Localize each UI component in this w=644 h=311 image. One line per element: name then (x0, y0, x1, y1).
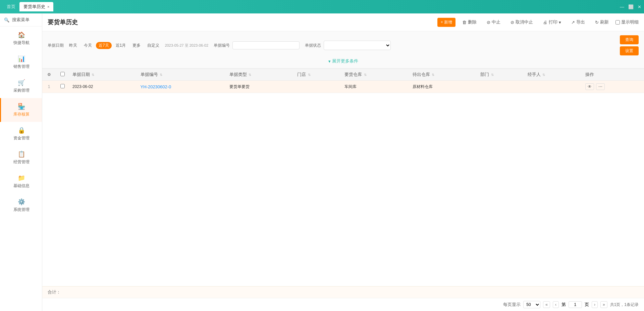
col-doc-type[interactable]: 单据类型 ⇅ (226, 69, 294, 81)
doc-no-input[interactable] (232, 41, 300, 49)
col-req-warehouse-label: 要货仓库 (344, 72, 362, 77)
cell-handler (524, 81, 582, 93)
filter-row-1: 单据日期 昨天 今天 近7天 近1月 更多 自定义 2023-05-27 至 2… (48, 35, 639, 55)
new-button[interactable]: + 新增 (437, 18, 455, 27)
table-footer: 合计： (42, 286, 644, 298)
main-layout: 🔍 搜索菜单 🏠 快捷导航 📊 销售管理 🛒 采购管理 🏪 库存核算 🔒 资金管… (0, 13, 644, 311)
today-shortcut[interactable]: 今天 (81, 42, 95, 49)
cell-doc-type: 要货单要货 (226, 81, 294, 93)
last-page-button[interactable]: » (600, 301, 607, 308)
yesterday-shortcut[interactable]: 昨天 (66, 42, 80, 49)
stop-icon: ⊘ (487, 20, 490, 25)
more-action-button[interactable]: ⋯ (596, 83, 605, 90)
print-button[interactable]: 🖨 打印 ▾ (540, 17, 565, 27)
prev-page-button[interactable]: ‹ (553, 301, 559, 308)
tab-home-label: 首页 (7, 4, 15, 10)
purchase-icon: 🛒 (18, 79, 25, 86)
sidebar-item-inventory[interactable]: 🏪 库存核算 (0, 98, 42, 122)
cell-doc-no[interactable]: YH-20230602-0 (137, 81, 226, 93)
page-header: 要货单历史 + 新增 🗑 删除 ⊘ 中止 ⊘ 取消中止 🖨 打印 (42, 13, 644, 31)
doc-status-select[interactable] (324, 41, 391, 50)
sort-icon-req-warehouse: ⇅ (364, 73, 367, 77)
cell-doc-date: 2023-06-02 (69, 81, 137, 93)
col-department-label: 部门 (480, 72, 489, 77)
sidebar-item-system[interactable]: ⚙️ 系统管理 (0, 193, 42, 217)
filter-settings-button[interactable]: 设置 (620, 46, 639, 55)
export-button[interactable]: ↗ 导出 (568, 17, 588, 27)
sidebar-base-info-label: 基础信息 (13, 183, 30, 189)
cell-department (477, 81, 524, 93)
col-req-warehouse[interactable]: 要货仓库 ⇅ (341, 69, 409, 81)
sidebar-item-base-info[interactable]: 📁 基础信息 (0, 170, 42, 193)
next-page-button[interactable]: › (592, 301, 598, 308)
col-doc-date[interactable]: 单据日期 ⇅ (69, 69, 137, 81)
col-settings[interactable]: ⚙ (42, 69, 56, 81)
cancel-stop-button[interactable]: ⊘ 取消中止 (507, 17, 536, 27)
refresh-button[interactable]: ↻ 刷新 (592, 17, 612, 27)
col-department[interactable]: 部门 ⇅ (477, 69, 524, 81)
query-button[interactable]: 查询 (620, 35, 639, 44)
tab-close-icon[interactable]: × (47, 5, 49, 9)
sidebar-item-sales[interactable]: 📊 销售管理 (0, 50, 42, 74)
last7days-shortcut[interactable]: 近7天 (96, 42, 112, 49)
display-detail-label: 显示明细 (621, 19, 639, 25)
sidebar-finance-label: 资金管理 (13, 135, 30, 141)
doc-no-link[interactable]: YH-20230602-0 (141, 84, 171, 89)
cell-checkbox[interactable] (56, 81, 69, 93)
sidebar-purchase-label: 采购管理 (13, 88, 30, 93)
more-shortcut[interactable]: 更多 (130, 42, 143, 49)
data-table: ⚙ 单据日期 ⇅ 单据编号 ⇅ 单据类型 ⇅ (42, 69, 644, 93)
col-action-label: 操作 (585, 72, 594, 77)
col-store[interactable]: 门店 ⇅ (294, 69, 341, 81)
inventory-icon: 🏪 (18, 103, 25, 110)
delete-button[interactable]: 🗑 删除 (459, 17, 480, 27)
select-all-checkbox[interactable] (60, 72, 65, 76)
col-pending-warehouse[interactable]: 待出仓库 ⇅ (409, 69, 477, 81)
table-area: ⚙ 单据日期 ⇅ 单据编号 ⇅ 单据类型 ⇅ (42, 69, 644, 286)
content-area: 要货单历史 + 新增 🗑 删除 ⊘ 中止 ⊘ 取消中止 🖨 打印 (42, 13, 644, 311)
col-doc-no[interactable]: 单据编号 ⇅ (137, 69, 226, 81)
row-checkbox[interactable] (60, 84, 65, 88)
print-icon: 🖨 (543, 20, 547, 25)
date-shortcuts: 昨天 今天 近7天 近1月 更多 自定义 (66, 42, 162, 49)
filter-group-docno: 单据编号 (214, 41, 300, 49)
sidebar-quick-nav-label: 快捷导航 (13, 40, 30, 46)
sidebar-item-operations[interactable]: 📋 经营管理 (0, 146, 42, 170)
page-input[interactable] (569, 301, 582, 308)
expand-more-label: 展开更多条件 (332, 58, 358, 64)
maximize-icon[interactable]: ⬜ (628, 4, 634, 9)
tab-requisition-history[interactable]: 要货单历史 × (19, 2, 53, 11)
filter-group-date: 单据日期 昨天 今天 近7天 近1月 更多 自定义 2023-05-27 至 2… (48, 42, 208, 49)
stop-button[interactable]: ⊘ 中止 (483, 17, 504, 27)
sidebar-sales-label: 销售管理 (13, 64, 30, 70)
sort-icon-pending-warehouse: ⇅ (432, 73, 434, 77)
print-chevron-icon: ▾ (559, 20, 561, 25)
col-doc-date-label: 单据日期 (72, 72, 90, 77)
col-checkbox[interactable] (56, 69, 69, 81)
first-page-button[interactable]: « (543, 301, 550, 308)
view-action-button[interactable]: 👁 (585, 83, 594, 90)
expand-more-btn[interactable]: ▾ 展开更多条件 (328, 58, 358, 64)
finance-icon: 🔒 (18, 127, 25, 134)
col-action: 操作 (582, 69, 644, 81)
sort-icon-doc-type: ⇅ (249, 73, 251, 77)
sidebar-item-purchase[interactable]: 🛒 采购管理 (0, 74, 42, 98)
display-detail-checkbox[interactable] (615, 20, 620, 25)
current-page-prefix: 第 (561, 302, 566, 308)
sidebar-item-search-menu[interactable]: 🔍 搜索菜单 (0, 13, 42, 27)
refresh-icon: ↻ (595, 20, 599, 25)
tab-home[interactable]: 首页 (3, 2, 19, 11)
sidebar-item-quick-nav[interactable]: 🏠 快捷导航 (0, 27, 42, 50)
minimize-icon[interactable]: — (620, 4, 624, 9)
operations-icon: 📋 (18, 150, 25, 158)
delete-icon: 🗑 (462, 20, 467, 25)
sidebar-search-label: 搜索菜单 (12, 17, 30, 23)
total-info: 共1页，1条记录 (610, 302, 639, 308)
custom-shortcut[interactable]: 自定义 (145, 42, 162, 49)
last1month-shortcut[interactable]: 近1月 (113, 42, 129, 49)
col-handler[interactable]: 经手人 ⇅ (524, 69, 582, 81)
top-bar: 首页 要货单历史 × — ⬜ ✕ (0, 0, 644, 13)
sidebar-item-finance[interactable]: 🔒 资金管理 (0, 122, 42, 146)
close-icon[interactable]: ✕ (638, 4, 641, 9)
page-size-select[interactable]: 10 20 50 100 (523, 301, 540, 308)
